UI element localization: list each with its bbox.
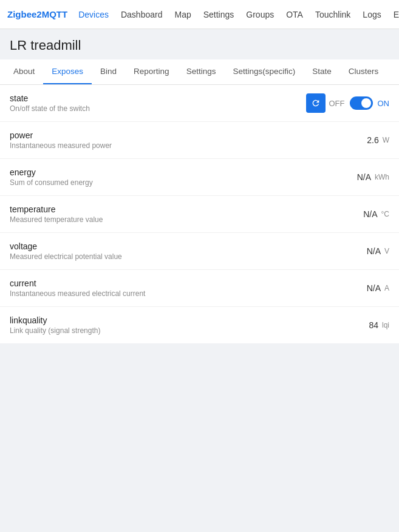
state-refresh-button[interactable] <box>306 93 326 113</box>
nav-item-dashboard[interactable]: Dashboard <box>115 0 169 29</box>
tab-reporting[interactable]: Reporting <box>125 59 178 84</box>
row-state-label: state On/off state of the switch <box>10 93 301 113</box>
row-power-desc: Instantaneous measured power <box>10 141 367 150</box>
navbar-brand[interactable]: Zigbee2MQTT <box>7 9 67 19</box>
row-linkquality-value: 84 lqi <box>369 320 389 330</box>
row-linkquality: linkquality Link quality (signal strengt… <box>0 307 399 343</box>
row-current-value: N/A A <box>367 283 389 293</box>
voltage-unit: V <box>384 247 389 255</box>
row-voltage-label: voltage Measured electrical potential va… <box>10 241 367 261</box>
power-value: 2.6 <box>367 135 378 145</box>
nav-item-ota[interactable]: OTA <box>280 0 309 29</box>
row-temperature-desc: Measured temperature value <box>10 215 363 224</box>
tab-bind[interactable]: Bind <box>92 59 125 84</box>
row-power-label: power Instantaneous measured power <box>10 130 367 150</box>
nav-item-devices[interactable]: Devices <box>72 0 115 29</box>
tab-clusters[interactable]: Clusters <box>340 59 387 84</box>
linkquality-unit: lqi <box>382 321 389 329</box>
row-state-title: state <box>10 93 301 103</box>
tab-exposes[interactable]: Exposes <box>43 59 92 84</box>
energy-unit: kWh <box>375 173 389 181</box>
tab-about[interactable]: About <box>5 59 43 84</box>
temperature-value: N/A <box>363 209 377 219</box>
row-linkquality-label: linkquality Link quality (signal strengt… <box>10 315 369 335</box>
power-unit: W <box>383 136 389 144</box>
row-current: current Instantaneous measured electrica… <box>0 270 399 307</box>
state-toggle[interactable] <box>350 96 373 110</box>
tab-settings[interactable]: Settings <box>178 59 225 84</box>
nav-item-groups[interactable]: Groups <box>240 0 280 29</box>
tab-settings-specific[interactable]: Settings(specific) <box>224 59 304 84</box>
row-current-title: current <box>10 278 367 288</box>
row-linkquality-desc: Link quality (signal strength) <box>10 326 369 335</box>
row-temperature-title: temperature <box>10 204 363 214</box>
row-energy-desc: Sum of consumed energy <box>10 178 357 187</box>
linkquality-value: 84 <box>369 320 378 330</box>
nav-item-extensions[interactable]: Extensions <box>387 0 399 29</box>
row-state: state On/off state of the switch OFF ON <box>0 85 399 122</box>
row-current-label: current Instantaneous measured electrica… <box>10 278 367 298</box>
row-voltage-desc: Measured electrical potential value <box>10 252 367 261</box>
toggle-on-label: ON <box>378 99 390 108</box>
row-power: power Instantaneous measured power 2.6 W <box>0 122 399 159</box>
page-title: LR treadmill <box>0 29 399 59</box>
row-energy: energy Sum of consumed energy N/A kWh <box>0 159 399 196</box>
tab-state[interactable]: State <box>304 59 340 84</box>
toggle-track[interactable] <box>350 96 373 110</box>
row-temperature: temperature Measured temperature value N… <box>0 196 399 233</box>
nav-item-settings[interactable]: Settings <box>197 0 240 29</box>
energy-value: N/A <box>357 172 371 182</box>
current-unit: A <box>384 284 389 292</box>
row-state-value: OFF ON <box>301 93 390 113</box>
refresh-icon <box>311 98 321 108</box>
row-voltage-value: N/A V <box>367 246 389 256</box>
toggle-thumb <box>361 98 371 108</box>
tabs-bar: About Exposes Bind Reporting Settings Se… <box>0 59 399 85</box>
navbar: Zigbee2MQTT Devices Dashboard Map Settin… <box>0 0 399 29</box>
row-energy-label: energy Sum of consumed energy <box>10 167 357 187</box>
nav-item-logs[interactable]: Logs <box>356 0 387 29</box>
row-energy-value: N/A kWh <box>357 172 389 182</box>
row-energy-title: energy <box>10 167 357 177</box>
row-temperature-value: N/A °C <box>363 209 389 219</box>
state-toggle-group: OFF ON <box>329 96 390 110</box>
exposes-content: state On/off state of the switch OFF ON <box>0 85 399 343</box>
row-voltage-title: voltage <box>10 241 367 251</box>
row-voltage: voltage Measured electrical potential va… <box>0 233 399 270</box>
row-power-title: power <box>10 130 367 140</box>
temperature-unit: °C <box>381 210 389 218</box>
nav-item-map[interactable]: Map <box>168 0 197 29</box>
row-state-desc: On/off state of the switch <box>10 104 301 113</box>
row-linkquality-title: linkquality <box>10 315 369 325</box>
row-temperature-label: temperature Measured temperature value <box>10 204 363 224</box>
row-current-desc: Instantaneous measured electrical curren… <box>10 289 367 298</box>
nav-item-touchlink[interactable]: Touchlink <box>309 0 356 29</box>
row-power-value: 2.6 W <box>367 135 389 145</box>
toggle-off-label: OFF <box>329 99 345 108</box>
voltage-value: N/A <box>367 246 381 256</box>
current-value: N/A <box>367 283 381 293</box>
